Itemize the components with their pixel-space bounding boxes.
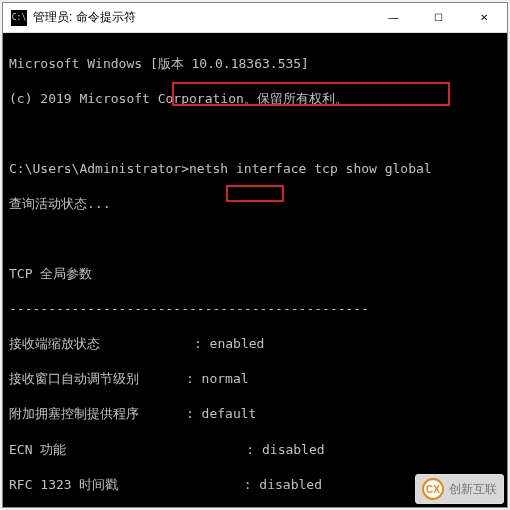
banner-line: (c) 2019 Microsoft Corporation。保留所有权利。 <box>9 90 501 108</box>
table-row: ECN 功能 : disabled <box>9 441 501 459</box>
prompt-path: C:\Users\Administrator> <box>9 161 189 176</box>
status-line: 查询活动状态... <box>9 195 501 213</box>
dash-rule: ----------------------------------------… <box>9 300 501 318</box>
cmd-window: C:\ 管理员: 命令提示符 — ☐ ✕ Microsoft Windows [… <box>2 2 508 508</box>
blank-line <box>9 125 501 143</box>
maximize-button[interactable]: ☐ <box>416 3 461 32</box>
minimize-button[interactable]: — <box>371 3 416 32</box>
prompt-line: C:\Users\Administrator>netsh interface t… <box>9 160 501 178</box>
window-controls: — ☐ ✕ <box>371 3 507 32</box>
banner-line: Microsoft Windows [版本 10.0.18363.535] <box>9 55 501 73</box>
blank-line <box>9 230 501 248</box>
watermark-text: 创新互联 <box>449 481 497 498</box>
table-row: 附加拥塞控制提供程序 : default <box>9 405 501 423</box>
section-header: TCP 全局参数 <box>9 265 501 283</box>
table-row: 接收端缩放状态 : enabled <box>9 335 501 353</box>
window-title: 管理员: 命令提示符 <box>33 9 371 26</box>
close-button[interactable]: ✕ <box>461 3 507 32</box>
titlebar[interactable]: C:\ 管理员: 命令提示符 — ☐ ✕ <box>3 3 507 33</box>
table-row: 接收窗口自动调节级别 : normal <box>9 370 501 388</box>
cmd-icon: C:\ <box>11 10 27 26</box>
watermark-logo-icon: CX <box>422 478 444 500</box>
watermark: CX 创新互联 <box>415 474 504 504</box>
terminal-content[interactable]: Microsoft Windows [版本 10.0.18363.535] (c… <box>3 33 507 507</box>
entered-command: netsh interface tcp show global <box>189 161 432 176</box>
